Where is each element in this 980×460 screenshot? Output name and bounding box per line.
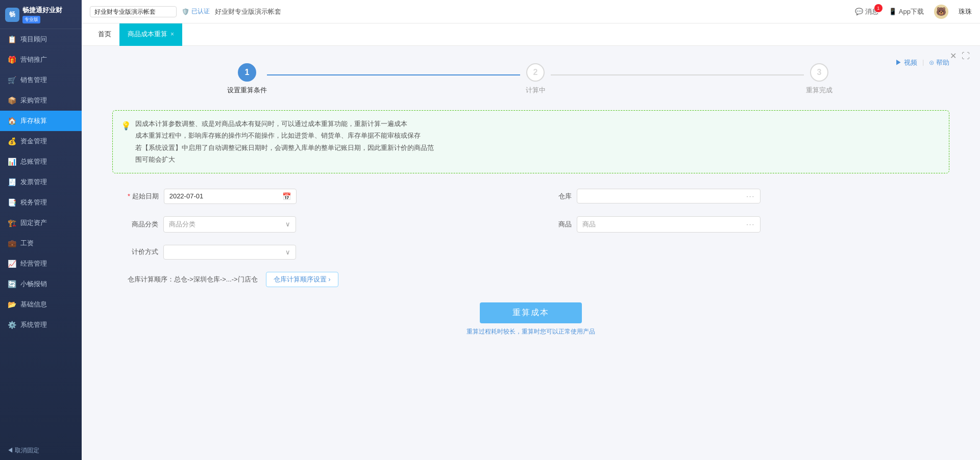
- project-icon: 📋: [7, 35, 16, 43]
- form-row-1: * 起始日期 2022-07-01 📅 仓库 ···: [128, 189, 934, 204]
- accounting-icon: 📊: [7, 158, 16, 166]
- app-badge: 专业版: [22, 16, 40, 23]
- app-download-label: App下载: [899, 7, 924, 16]
- sidebar-item-label: 总账管理: [20, 157, 47, 166]
- sidebar-item-label: 销售管理: [20, 75, 47, 85]
- sidebar-item-expense[interactable]: 🔄 小畅报销: [0, 274, 82, 294]
- sidebar-item-system[interactable]: ⚙️ 系统管理: [0, 315, 82, 335]
- category-select[interactable]: 商品分类 ∨: [163, 216, 296, 233]
- category-field: 商品分类 商品分类 ∨: [128, 216, 521, 233]
- messages-button[interactable]: 💬 消息 1: [855, 7, 878, 16]
- inventory-icon: 🏠: [7, 117, 16, 125]
- info-content: 因成本计算参数调整、或是对商品成本有疑问时，可以通过成本重算功能，重新计算一遍成…: [135, 118, 434, 166]
- step-1-label: 设置重算条件: [227, 86, 267, 95]
- step-3: 3 重算完成: [804, 63, 835, 95]
- sidebar-item-label: 固定资产: [20, 218, 47, 227]
- app-download-button[interactable]: 📱 App下载: [889, 7, 924, 16]
- start-date-label: * 起始日期: [128, 192, 159, 201]
- account-selector[interactable]: 好业财专业版演示帐套: [90, 6, 177, 17]
- tab-home-label: 首页: [98, 30, 111, 39]
- goods-input[interactable]: 商品 ···: [577, 216, 761, 233]
- step-2-number: 2: [533, 68, 538, 77]
- sidebar-item-label: 发票管理: [20, 177, 47, 187]
- sidebar-item-inventory[interactable]: 🏠 库存核算: [0, 111, 82, 131]
- tab-home[interactable]: 首页: [90, 23, 119, 46]
- start-date-value: 2022-07-01: [169, 192, 282, 200]
- base-icon: 📂: [7, 300, 16, 309]
- sidebar-item-sales[interactable]: 🛒 销售管理: [0, 70, 82, 90]
- sidebar-item-accounting[interactable]: 📊 总账管理: [0, 151, 82, 172]
- category-chevron-icon: ∨: [285, 220, 290, 228]
- tab-close-button[interactable]: ×: [170, 31, 174, 38]
- sidebar-item-label: 基础信息: [20, 300, 47, 309]
- avatar[interactable]: 🐻: [934, 5, 948, 19]
- warehouse-order-btn[interactable]: 仓库计算顺序设置 ›: [266, 272, 338, 287]
- info-line-4: 围可能会扩大: [135, 154, 434, 165]
- step-2-circle: 2: [526, 63, 545, 82]
- expand-window-button[interactable]: ⛶: [962, 52, 970, 61]
- step-connector-1: [267, 74, 520, 75]
- goods-placeholder: 商品: [582, 220, 596, 229]
- tabs-bar: 首页 商品成本重算 ×: [82, 23, 980, 46]
- warehouse-input[interactable]: ···: [577, 189, 761, 203]
- recalc-button[interactable]: 重算成本: [480, 302, 582, 323]
- window-controls: ✕ ⛶: [950, 51, 970, 61]
- sidebar-item-label: 项目顾问: [20, 35, 47, 44]
- marketing-icon: 🎁: [7, 56, 16, 64]
- main-area: 好业财专业版演示帐套 🛡️ 已认证 好业财专业版演示帐套 💬 消息 1 📱 Ap…: [82, 0, 980, 460]
- goods-field: 商品 商品 ···: [541, 216, 934, 233]
- close-window-button[interactable]: ✕: [950, 51, 957, 61]
- username-label[interactable]: 珠珠: [959, 7, 972, 16]
- help-divider: |: [922, 58, 924, 67]
- verified-text: 已认证: [191, 7, 210, 16]
- sidebar-item-salary[interactable]: 💼 工资: [0, 233, 82, 253]
- info-line-2: 成本重算过程中，影响库存账的操作均不能操作，比如进货单、销货单、库存单据不能审核…: [135, 130, 434, 141]
- sidebar-item-invoice[interactable]: 🧾 发票管理: [0, 172, 82, 192]
- sidebar-item-finance[interactable]: 💰 资金管理: [0, 131, 82, 151]
- topbar: 好业财专业版演示帐套 🛡️ 已认证 好业财专业版演示帐套 💬 消息 1 📱 Ap…: [82, 0, 980, 23]
- step-3-label: 重算完成: [806, 86, 832, 95]
- info-icon: 💡: [121, 119, 131, 166]
- purchase-icon: 📦: [7, 96, 16, 105]
- account-dropdown[interactable]: 好业财专业版演示帐套: [90, 6, 177, 17]
- info-line-1: 因成本计算参数调整、或是对商品成本有疑问时，可以通过成本重算功能，重新计算一遍成…: [135, 118, 434, 130]
- form-row-3: 计价方式 ∨: [128, 245, 934, 260]
- step-2-label: 计算中: [526, 86, 546, 95]
- topbar-right: 💬 消息 1 📱 App下载 🐻 珠珠: [855, 5, 972, 19]
- sidebar-item-label: 工资: [20, 239, 34, 248]
- step-1-circle: 1: [238, 63, 256, 82]
- sidebar-item-marketing[interactable]: 🎁 营销推广: [0, 49, 82, 70]
- sidebar-toggle-button[interactable]: ◀ 取消固定: [0, 441, 82, 460]
- sidebar-item-project[interactable]: 📋 项目顾问: [0, 29, 82, 49]
- sidebar-item-label: 小畅报销: [20, 279, 47, 289]
- sidebar-item-base[interactable]: 📂 基础信息: [0, 294, 82, 315]
- finance-icon: 💰: [7, 137, 16, 145]
- tab-cost-recalc[interactable]: 商品成本重算 ×: [119, 23, 182, 46]
- video-link[interactable]: ▶ 视频: [895, 58, 917, 67]
- sales-icon: 🛒: [7, 76, 16, 84]
- sidebar-item-tax[interactable]: 📑 税务管理: [0, 192, 82, 213]
- category-label: 商品分类: [128, 220, 158, 229]
- form-row-2: 商品分类 商品分类 ∨ 商品 商品 ···: [128, 216, 934, 233]
- phone-icon: 📱: [889, 8, 897, 15]
- sidebar-item-asset[interactable]: 🏗️ 固定资产: [0, 213, 82, 233]
- sidebar-title-group: 畅捷通好业财 专业版: [22, 6, 62, 23]
- operation-icon: 📈: [7, 260, 16, 268]
- info-line-3: 若【系统设置】中启用了自动调整记账日期时，会调整入库单的整单记账日期，因此重新计…: [135, 142, 434, 154]
- sidebar-item-operation[interactable]: 📈 经营管理: [0, 253, 82, 274]
- step-1-number: 1: [245, 68, 250, 77]
- help-link[interactable]: ⊙ 帮助: [929, 58, 949, 67]
- step-1: 1 设置重算条件: [227, 63, 267, 95]
- shield-icon: 🛡️: [182, 8, 189, 15]
- content-area: ✕ ⛶ ▶ 视频 | ⊙ 帮助 1 设置重算条件: [82, 46, 980, 460]
- sidebar-item-label: 资金管理: [20, 137, 47, 146]
- sidebar-item-purchase[interactable]: 📦 采购管理: [0, 90, 82, 111]
- price-method-select[interactable]: ∨: [163, 245, 296, 260]
- asset-icon: 🏗️: [7, 219, 16, 227]
- calendar-icon[interactable]: 📅: [282, 192, 291, 200]
- expense-icon: 🔄: [7, 280, 16, 288]
- recalc-section: 重算成本 重算过程耗时较长，重算时您可以正常使用产品: [97, 302, 965, 336]
- app-icon: 畅: [5, 8, 19, 22]
- info-box-wrapper: 💡 因成本计算参数调整、或是对商品成本有疑问时，可以通过成本重算功能，重新计算一…: [112, 110, 949, 173]
- start-date-input[interactable]: 2022-07-01 📅: [164, 189, 297, 204]
